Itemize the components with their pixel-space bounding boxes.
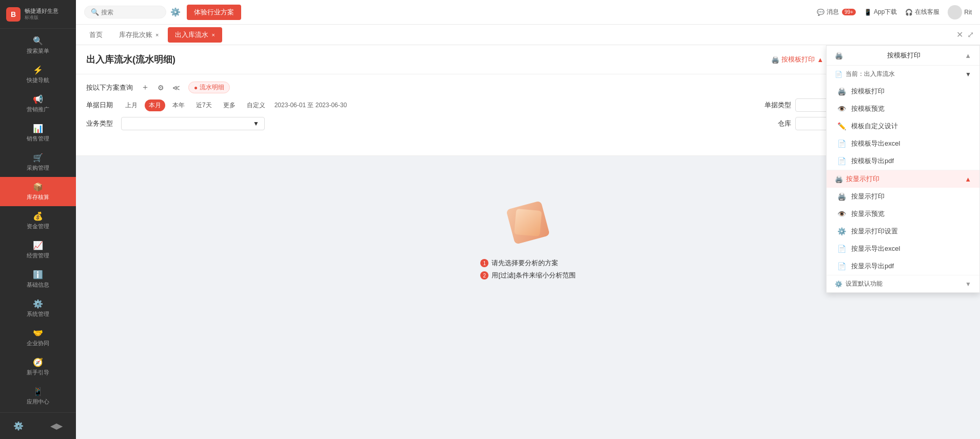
template-custom-label: 模板自定义设计 <box>851 122 898 131</box>
trial-button[interactable]: 体验行业方案 <box>187 5 241 20</box>
template-preview-icon: 👁️ <box>837 105 846 113</box>
user-profile[interactable]: Rit <box>948 5 972 19</box>
template-pdf-icon: 📄 <box>837 157 846 165</box>
sidebar-item-marketing[interactable]: 📢 营销推广 <box>0 89 76 118</box>
empty-hint-list: 1 请先选择要分析的方案 2 用[过滤]条件来缩小分析范围 <box>480 258 575 280</box>
template-preview-label: 按模板预览 <box>851 104 885 113</box>
dropdown-header-arrow[interactable]: ▲ <box>965 52 971 59</box>
sidebar-item-label: 企业协同 <box>27 340 49 347</box>
sidebar-item-label: 搜索菜单 <box>27 47 49 55</box>
footer-settings-icon: ⚙️ <box>835 281 842 288</box>
hint-item-2: 2 用[过滤]条件来缩小分析范围 <box>480 271 575 280</box>
sidebar-item-system[interactable]: ⚙️ 系统管理 <box>0 294 76 323</box>
tab-close-all-btn[interactable]: ✕ <box>956 30 963 39</box>
dropdown-item-display-preview[interactable]: 👁️ 按显示预览 <box>827 205 979 223</box>
hint-text-1: 请先选择要分析的方案 <box>492 258 558 268</box>
template-excel-icon: 📄 <box>837 139 846 148</box>
tab-inout-flow-close[interactable]: × <box>211 32 214 38</box>
sidebar-collapse-btn[interactable]: ◀▶ <box>48 419 65 433</box>
date-option-custom[interactable]: 自定义 <box>243 99 269 111</box>
message-label: 消息 <box>827 8 839 16</box>
gear-icon[interactable]: ⚙️ <box>170 7 181 17</box>
sidebar-item-label: 快捷导航 <box>27 76 49 84</box>
display-pdf-icon: 📄 <box>837 262 846 270</box>
date-option-this-month[interactable]: 本月 <box>145 99 165 111</box>
dropdown-item-template-print[interactable]: 🖨️ 按模板打印 <box>827 83 979 100</box>
sidebar-item-operations[interactable]: 📈 经营管理 <box>0 235 76 265</box>
tab-home[interactable]: 首页 <box>82 27 110 43</box>
current-template-arrow[interactable]: ▼ <box>965 71 971 78</box>
sidebar-item-inventory[interactable]: 📦 库存核算 <box>0 177 76 206</box>
dropdown-item-display-excel[interactable]: 📄 按显示导出excel <box>827 240 979 257</box>
sidebar: B 畅捷通好生意 标准版 🔍 搜索菜单 ⚡ 快捷导航 📢 营销推广 📊 销售管理… <box>0 0 76 439</box>
dropdown-footer[interactable]: ⚙️ 设置默认功能 ▼ <box>827 275 979 292</box>
tab-inout-flow[interactable]: 出入库流水 × <box>168 27 222 43</box>
sidebar-settings-btn[interactable]: ⚙️ <box>11 419 26 433</box>
display-pdf-label: 按显示导出pdf <box>851 262 894 271</box>
display-print-icon: 🖨️ <box>837 192 846 201</box>
sidebar-item-purchase[interactable]: 🛒 采购管理 <box>0 148 76 177</box>
filter-collapse-button[interactable]: ≪ <box>172 84 180 92</box>
date-option-this-year[interactable]: 本年 <box>168 99 189 111</box>
customer-service-item[interactable]: 🎧 在线客服 <box>905 8 939 16</box>
search-icon: 🔍 <box>91 8 99 16</box>
marketing-icon: 📢 <box>33 94 43 104</box>
print-dropdown-arrow: ▲ <box>817 56 824 64</box>
print-icon: 🖨️ <box>771 56 779 64</box>
display-preview-label: 按显示预览 <box>851 209 885 218</box>
dropdown-item-display-settings[interactable]: ⚙️ 按显示打印设置 <box>827 223 979 240</box>
tab-batch-account-close[interactable]: × <box>155 32 159 38</box>
dropdown-item-template-custom[interactable]: ✏️ 模板自定义设计 <box>827 117 979 135</box>
dropdown-item-display-print[interactable]: 🖨️ 按显示打印 <box>827 188 979 205</box>
dropdown-item-template-preview[interactable]: 👁️ 按模板预览 <box>827 100 979 117</box>
dropdown-item-template-pdf[interactable]: 📄 按模板导出pdf <box>827 152 979 170</box>
customer-service-label: 在线客服 <box>915 8 939 16</box>
tab-batch-account-label: 库存批次账 <box>119 30 152 39</box>
search-input[interactable] <box>101 9 158 16</box>
hint-text-2: 用[过滤]条件来缩小分析范围 <box>492 271 575 280</box>
avatar <box>948 5 962 19</box>
tab-expand-buttons: ✕ ⤢ <box>956 30 974 39</box>
sidebar-item-app-center[interactable]: 📱 应用中心 <box>0 382 76 411</box>
current-template-icon: 📄 <box>835 71 842 78</box>
tab-batch-account[interactable]: 库存批次账 × <box>112 27 166 43</box>
date-option-last-month[interactable]: 上月 <box>121 99 142 111</box>
business-type-label: 业务类型 <box>86 119 113 128</box>
sidebar-item-search[interactable]: 🔍 搜索菜单 <box>0 31 76 60</box>
sidebar-item-label: 库存核算 <box>27 193 49 201</box>
search-box[interactable]: 🔍 <box>84 6 166 18</box>
sidebar-item-label: 基础信息 <box>27 281 49 289</box>
hint-num-1: 1 <box>480 259 488 267</box>
filter-settings-button[interactable]: ⚙ <box>158 84 164 92</box>
date-option-last-7-days[interactable]: 近7天 <box>192 99 216 111</box>
date-filter-label: 单据日期 <box>86 101 113 110</box>
tab-expand-btn[interactable]: ⤢ <box>967 30 974 39</box>
date-option-more[interactable]: 更多 <box>219 99 240 111</box>
business-type-input[interactable]: ▼ <box>121 117 265 130</box>
print-template-btn[interactable]: 🖨️ 按模板打印 ▲ <box>771 55 824 64</box>
basic-info-icon: ℹ️ <box>33 270 43 280</box>
dropdown-footer-label: 设置默认功能 <box>846 280 883 288</box>
date-range-display: 2023-06-01 至 2023-06-30 <box>275 101 347 110</box>
filter-add-button[interactable]: ＋ <box>141 82 149 93</box>
service-icon: 🎧 <box>905 9 913 16</box>
sidebar-item-basic-info[interactable]: ℹ️ 基础信息 <box>0 265 76 294</box>
sidebar-item-label: 应用中心 <box>27 398 49 406</box>
operations-icon: 📈 <box>33 241 43 250</box>
sidebar-item-quick-nav[interactable]: ⚡ 快捷导航 <box>0 60 76 89</box>
sidebar-item-label: 营销推广 <box>27 106 49 113</box>
sidebar-item-sales[interactable]: 📊 销售管理 <box>0 118 76 148</box>
dropdown-item-display-pdf[interactable]: 📄 按显示导出pdf <box>827 257 979 275</box>
sidebar-item-guide[interactable]: 🧭 新手引导 <box>0 352 76 382</box>
user-name: Rit <box>964 9 972 16</box>
sidebar-item-finance[interactable]: 💰 资金管理 <box>0 206 76 235</box>
sidebar-item-label: 采购管理 <box>27 164 49 172</box>
sidebar-item-collab[interactable]: 🤝 企业协同 <box>0 323 76 352</box>
filter-tag[interactable]: ● 流水明细 <box>188 82 230 93</box>
app-download-item[interactable]: 📱 App下载 <box>864 8 897 16</box>
message-item[interactable]: 💬 消息 99+ <box>817 8 856 16</box>
display-print-section-arrow[interactable]: ▲ <box>965 175 971 183</box>
display-preview-icon: 👁️ <box>837 210 846 218</box>
display-excel-label: 按显示导出excel <box>851 244 900 253</box>
dropdown-item-template-excel[interactable]: 📄 按模板导出excel <box>827 135 979 152</box>
